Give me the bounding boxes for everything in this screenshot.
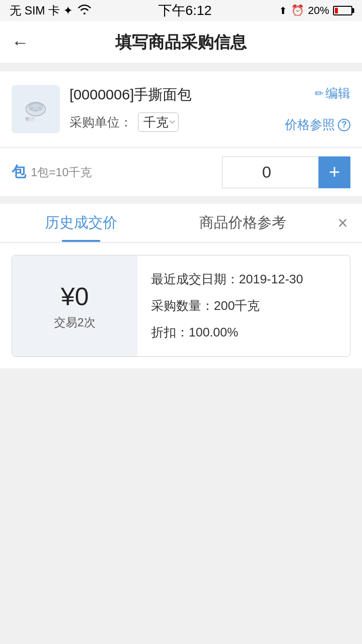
quantity-unit-icon: 包 xyxy=(12,162,26,182)
price-ref-link[interactable]: 价格参照 ? xyxy=(285,116,350,133)
svg-point-3 xyxy=(34,109,37,112)
tab-product-price-ref[interactable]: 商品价格参考 xyxy=(162,204,323,242)
nav-bar: ← 填写商品采购信息 xyxy=(0,21,362,64)
product-card: 餐计 [0000006]手撕面包 采购单位： 千克 包 克 ✏ 编辑 价格参照 … xyxy=(0,71,362,147)
price-amount: ¥0 xyxy=(61,282,89,311)
location-icon: ⬆ xyxy=(279,5,287,16)
tab-close-button[interactable]: × xyxy=(323,204,362,242)
quantity-row: 包 1包=10千克 + xyxy=(0,148,362,196)
battery-percent: 20% xyxy=(308,4,329,17)
tabs-bar: 历史成交价 商品价格参考 × xyxy=(0,204,362,242)
alarm-icon: ⏰ xyxy=(291,4,304,17)
discount-value: 100.00% xyxy=(189,325,238,339)
svg-text:餐计: 餐计 xyxy=(25,116,35,122)
price-card: ¥0 交易2次 最近成交日期：2019-12-30 采购数量：200千克 折扣：… xyxy=(12,255,350,357)
quantity-input-wrap: + xyxy=(222,156,350,188)
quantity-unit-hint: 1包=10千克 xyxy=(31,165,92,180)
recent-date-label: 最近成交日期： xyxy=(151,272,239,286)
unit-select[interactable]: 千克 包 克 xyxy=(138,112,179,132)
quantity-unit-info: 包 1包=10千克 xyxy=(12,162,222,182)
svg-point-4 xyxy=(38,107,41,110)
edit-label: 编辑 xyxy=(325,85,350,102)
tab-history-price-label: 历史成交价 xyxy=(45,213,117,233)
tab-history-price[interactable]: 历史成交价 xyxy=(0,204,162,242)
svg-point-2 xyxy=(30,107,33,110)
purchase-qty-label: 采购数量： xyxy=(151,298,214,313)
status-left: 无 SIM 卡 ✦ xyxy=(10,3,91,18)
price-ref-label: 价格参照 xyxy=(285,116,335,133)
sim-text: 无 SIM 卡 ✦ xyxy=(10,3,73,18)
purchase-qty-row: 采购数量：200千克 xyxy=(151,296,336,315)
help-icon: ? xyxy=(338,119,350,131)
back-button[interactable]: ← xyxy=(12,32,29,53)
price-left: ¥0 交易2次 xyxy=(12,255,138,356)
status-time: 下午6:12 xyxy=(158,1,212,20)
status-right: ⬆ ⏰ 20% xyxy=(279,4,352,17)
price-section: ¥0 交易2次 最近成交日期：2019-12-30 采购数量：200千克 折扣：… xyxy=(0,243,362,368)
price-right: 最近成交日期：2019-12-30 采购数量：200千克 折扣：100.00% xyxy=(138,255,350,356)
edit-icon: ✏ xyxy=(315,87,323,100)
tab-product-price-ref-label: 商品价格参考 xyxy=(199,213,286,233)
recent-date-row: 最近成交日期：2019-12-30 xyxy=(151,270,336,289)
discount-label: 折扣： xyxy=(151,325,189,339)
unit-label: 采购单位： xyxy=(70,114,132,131)
quantity-plus-button[interactable]: + xyxy=(319,156,350,188)
product-thumbnail: 餐计 xyxy=(12,85,60,133)
wifi-icon xyxy=(78,4,91,17)
page-title: 填写商品采购信息 xyxy=(115,31,247,54)
discount-row: 折扣：100.00% xyxy=(151,323,336,342)
edit-link[interactable]: ✏ 编辑 xyxy=(315,85,350,102)
tab-active-underline xyxy=(62,240,100,242)
recent-date-value: 2019-12-30 xyxy=(239,272,303,286)
quantity-input[interactable] xyxy=(222,156,319,188)
battery-icon xyxy=(333,6,352,15)
product-name: [0000006]手撕面包 xyxy=(70,85,350,105)
price-transactions: 交易2次 xyxy=(54,315,95,330)
purchase-qty-value: 200千克 xyxy=(214,298,260,313)
status-bar: 无 SIM 卡 ✦ 下午6:12 ⬆ ⏰ 20% xyxy=(0,0,362,21)
